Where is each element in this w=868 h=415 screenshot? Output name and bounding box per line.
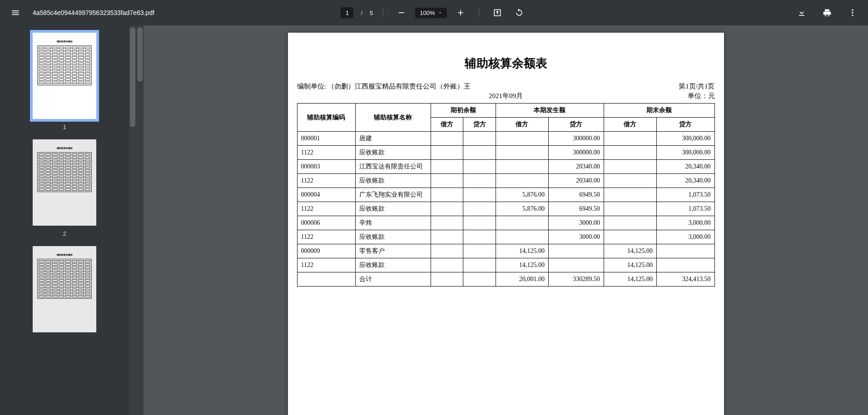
cell-value: 14,125.00 xyxy=(496,258,548,272)
cell-value xyxy=(463,244,496,258)
plus-icon xyxy=(456,8,465,17)
svg-point-2 xyxy=(852,12,853,13)
menu-button[interactable] xyxy=(7,5,24,21)
cell-value xyxy=(463,160,496,174)
cell-value xyxy=(431,202,463,216)
cell-value xyxy=(604,202,656,216)
cell-name: 广东飞翔实业有限公司 xyxy=(356,188,431,202)
page-viewport[interactable]: 辅助核算余额表 编制单位: （勿删）江西服宝精品有限责任公司（外账）王 第1页/… xyxy=(144,25,868,415)
thumbnail-mini-title: 辅助核算余额表 xyxy=(57,147,73,149)
more-button[interactable] xyxy=(844,5,861,21)
cell-value xyxy=(463,258,496,272)
table-row: 000006辛炜3000.003,000.00 xyxy=(297,216,714,230)
cell-code: 000009 xyxy=(297,244,356,258)
cell-code: 1122 xyxy=(297,174,356,188)
content-scrollbar-thumb[interactable] xyxy=(137,27,143,82)
cell-name: 应收账款 xyxy=(356,230,431,244)
cell-value xyxy=(496,216,548,230)
thumbnail-item[interactable]: 辅助核算余额表2 xyxy=(0,139,129,237)
thumbnail-mini-title: 辅助核算余额表 xyxy=(57,40,73,43)
cell-value xyxy=(496,160,548,174)
cell-value: 14,125.00 xyxy=(604,258,656,272)
cell-code: 1122 xyxy=(297,258,356,272)
col-opening-credit: 贷方 xyxy=(463,118,496,132)
thumbnail-item[interactable]: 辅助核算余额表 xyxy=(0,246,129,332)
col-closing: 期末余额 xyxy=(604,104,714,118)
balance-table: 辅助核算编码 辅助核算名称 期初余额 本期发生额 期末余额 借方 贷方 借方 贷… xyxy=(297,103,715,287)
cell-value: 1,073.50 xyxy=(657,188,714,202)
fit-page-button[interactable] xyxy=(489,5,506,21)
unit-label: 单位：元 xyxy=(523,92,715,100)
cell-value xyxy=(463,216,496,230)
cell-value xyxy=(431,146,463,160)
col-opening-debit: 借方 xyxy=(431,118,463,132)
cell-value: 14,125.00 xyxy=(604,244,656,258)
org-line: 编制单位: （勿删）江西服宝精品有限责任公司（外账）王 xyxy=(297,82,506,91)
thumbnail-list[interactable]: 辅助核算余额表1辅助核算余额表2辅助核算余额表 xyxy=(0,25,129,415)
cell-value: 3,000.00 xyxy=(657,230,714,244)
cell-value xyxy=(604,174,656,188)
thumbnail-page[interactable]: 辅助核算余额表 xyxy=(33,246,96,332)
content-scrollbar[interactable] xyxy=(136,25,144,415)
zoom-out-button[interactable] xyxy=(393,5,410,21)
content-area: 辅助核算余额表 编制单位: （勿删）江西服宝精品有限责任公司（外账）王 第1页/… xyxy=(136,25,868,415)
cell-value xyxy=(431,244,463,258)
zoom-in-button[interactable] xyxy=(452,5,469,21)
cell-value: 300000.00 xyxy=(549,146,604,160)
cell-value xyxy=(463,174,496,188)
svg-point-3 xyxy=(852,15,853,16)
cell-value xyxy=(463,272,496,287)
table-row: 000009零售客户14,125.0014,125.00 xyxy=(297,244,714,258)
cell-value xyxy=(657,258,714,272)
cell-code: 1122 xyxy=(297,230,356,244)
cell-value: 20340.00 xyxy=(549,174,604,188)
download-button[interactable] xyxy=(794,5,810,21)
cell-value xyxy=(496,230,548,244)
col-closing-credit: 贷方 xyxy=(657,118,714,132)
sidebar-scrollbar-thumb[interactable] xyxy=(130,27,135,127)
zoom-level-select[interactable]: 100% xyxy=(415,8,446,18)
cell-code: 000003 xyxy=(297,160,356,174)
sidebar-scrollbar[interactable] xyxy=(129,25,136,415)
toolbar-divider xyxy=(479,8,479,17)
cell-value xyxy=(496,146,548,160)
table-row: 1122应收账款20340.0020,340.00 xyxy=(297,174,714,188)
thumbnail-page[interactable]: 辅助核算余额表 xyxy=(33,33,96,119)
thumbnail-item[interactable]: 辅助核算余额表1 xyxy=(0,33,129,130)
cell-value xyxy=(604,230,656,244)
thumbnail-page[interactable]: 辅助核算余额表 xyxy=(33,139,96,226)
page-info: 第1页/共1页 xyxy=(506,82,715,91)
page-number-input[interactable] xyxy=(341,7,353,18)
cell-name: 应收账款 xyxy=(356,202,431,216)
rotate-button[interactable] xyxy=(511,5,527,21)
cell-value xyxy=(604,132,656,146)
col-opening: 期初余额 xyxy=(431,104,496,118)
cell-name: 辛炜 xyxy=(356,216,431,230)
cell-value xyxy=(431,132,463,146)
menu-icon xyxy=(11,8,20,17)
chevron-down-icon xyxy=(438,10,442,15)
thumbnail-mini-table xyxy=(37,152,92,192)
rotate-icon xyxy=(515,8,524,17)
cell-value: 300000.00 xyxy=(549,132,604,146)
print-button[interactable] xyxy=(819,5,835,21)
cell-name: 应收账款 xyxy=(356,174,431,188)
cell-value xyxy=(604,160,656,174)
cell-code xyxy=(297,272,356,287)
cell-code: 000004 xyxy=(297,188,356,202)
cell-name: 零售客户 xyxy=(356,244,431,258)
table-row: 1122应收账款14,125.0014,125.00 xyxy=(297,258,714,272)
org-name: （勿删）江西服宝精品有限责任公司（外账）王 xyxy=(327,83,471,90)
cell-value xyxy=(431,272,463,287)
cell-value xyxy=(431,230,463,244)
cell-value: 20340.00 xyxy=(549,160,604,174)
cell-value xyxy=(549,258,604,272)
cell-value xyxy=(463,230,496,244)
cell-value xyxy=(463,188,496,202)
cell-value xyxy=(431,188,463,202)
thumbnail-mini-table xyxy=(37,259,92,299)
cell-value: 6949.50 xyxy=(549,188,604,202)
minus-icon xyxy=(397,8,406,17)
more-vert-icon xyxy=(848,8,857,17)
cell-value xyxy=(549,244,604,258)
